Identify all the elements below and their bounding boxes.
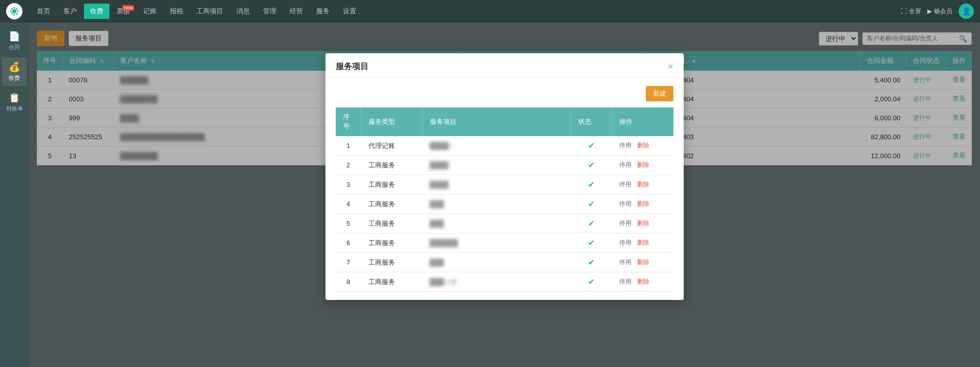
modal-cell-item: ███ xyxy=(423,214,571,233)
modal-cell-status: ✔ xyxy=(571,136,612,156)
modal-cell-seq: 1 xyxy=(336,136,361,156)
member-button[interactable]: ▶ 畅会员 xyxy=(927,7,952,16)
svg-point-1 xyxy=(13,7,15,9)
modal-cell-status: ✔ xyxy=(571,253,612,272)
delete-button[interactable]: 删除 xyxy=(637,181,649,188)
status-ok-icon: ✔ xyxy=(588,277,595,286)
nav-tax[interactable]: 报税 xyxy=(164,4,189,19)
status-ok-icon: ✔ xyxy=(588,239,595,247)
modal-new-button[interactable]: 新建 xyxy=(646,86,673,101)
stop-button[interactable]: 停用 xyxy=(619,161,631,168)
modal-cell-actions: 停用 删除 xyxy=(612,156,673,175)
app-logo[interactable] xyxy=(6,3,23,19)
avatar[interactable]: 👤 xyxy=(959,4,974,19)
modal-table-row: 7 工商服务 ███ ✔ 停用 删除 xyxy=(336,253,673,272)
nav-operation[interactable]: 经营 xyxy=(284,4,309,19)
delete-button[interactable]: 删除 xyxy=(637,239,649,246)
modal-body: 新建 序号 服务类型 服务项目 状态 操作 xyxy=(325,78,684,300)
modal-header-row: 序号 服务类型 服务项目 状态 操作 xyxy=(336,107,673,136)
svg-point-2 xyxy=(13,14,15,15)
modal-col-item: 服务项目 xyxy=(423,107,571,136)
stop-button[interactable]: 停用 xyxy=(619,200,631,207)
modal-cell-seq: 4 xyxy=(336,195,361,214)
stop-button[interactable]: 停用 xyxy=(619,239,631,246)
content-area: 新增 服务项目 进行中 已完成 已终止 🔍 序号 合同 xyxy=(29,23,980,367)
status-ok-icon: ✔ xyxy=(588,258,595,267)
modal-cell-seq: 7 xyxy=(336,253,361,272)
modal-cell-status: ✔ xyxy=(571,214,612,233)
modal-cell-status: ✔ xyxy=(571,233,612,253)
fullscreen-button[interactable]: ⛶ 全屏 xyxy=(901,7,921,16)
status-ok-icon: ✔ xyxy=(588,200,595,208)
nav-home[interactable]: 首页 xyxy=(31,4,56,19)
modal-title: 服务项目 xyxy=(336,61,368,72)
modal-cell-type: 工商服务 xyxy=(361,214,423,233)
sidebar-item-fee[interactable]: 💰 收费 xyxy=(2,57,27,86)
modal-cell-actions: 停用 删除 xyxy=(612,195,673,214)
modal-cell-actions: 停用 删除 xyxy=(612,175,673,195)
sidebar-item-statement[interactable]: 📋 对账单 xyxy=(2,88,27,117)
modal-cell-actions: 停用 删除 xyxy=(612,214,673,233)
modal-cell-status: ✔ xyxy=(571,175,612,195)
delete-button[interactable]: 删除 xyxy=(637,200,649,207)
status-ok-icon: ✔ xyxy=(588,219,595,228)
nav-settings[interactable]: 设置 xyxy=(337,4,362,19)
modal-col-status: 状态 xyxy=(571,107,612,136)
delete-button[interactable]: 删除 xyxy=(637,258,649,266)
status-ok-icon: ✔ xyxy=(588,161,595,169)
modal-cell-seq: 8 xyxy=(336,272,361,292)
nav-business[interactable]: 工商项目 xyxy=(190,4,229,19)
modal-cell-seq: 6 xyxy=(336,233,361,253)
svg-point-8 xyxy=(11,13,13,14)
status-ok-icon: ✔ xyxy=(588,180,595,189)
delete-button[interactable]: 删除 xyxy=(637,220,649,227)
modal-table-row: 1 代理记账 ████1 ✔ 停用 删除 xyxy=(336,136,673,156)
modal-cell-type: 工商服务 xyxy=(361,272,423,292)
stop-button[interactable]: 停用 xyxy=(619,258,631,266)
modal-cell-type: 代理记账 xyxy=(361,136,423,156)
modal-col-seq: 序号 xyxy=(336,107,361,136)
modal-table: 序号 服务类型 服务项目 状态 操作 1 代理记账 ████1 ✔ 停用 xyxy=(336,107,673,292)
modal-cell-item: ███ xyxy=(423,253,571,272)
modal-cell-type: 工商服务 xyxy=(361,233,423,253)
modal-cell-type: 工商服务 xyxy=(361,156,423,175)
modal-col-action: 操作 xyxy=(612,107,673,136)
svg-point-6 xyxy=(16,13,17,14)
modal-cell-status: ✔ xyxy=(571,272,612,292)
modal-cell-item: ███注册 xyxy=(423,272,571,292)
modal-close-button[interactable]: × xyxy=(668,61,673,72)
nav-client[interactable]: 客户 xyxy=(57,4,83,19)
svg-point-3 xyxy=(10,10,12,12)
modal-cell-seq: 5 xyxy=(336,214,361,233)
stop-button[interactable]: 停用 xyxy=(619,278,631,285)
nav-bookkeeping[interactable]: 记账 xyxy=(137,4,163,19)
nav-invoice[interactable]: 票据 new xyxy=(111,4,136,19)
nav-service[interactable]: 服务 xyxy=(310,4,336,19)
stop-button[interactable]: 停用 xyxy=(619,220,631,227)
fee-icon: 💰 xyxy=(9,61,20,73)
delete-button[interactable]: 删除 xyxy=(637,142,649,149)
modal-cell-actions: 停用 删除 xyxy=(612,233,673,253)
delete-button[interactable]: 删除 xyxy=(637,278,649,285)
nav-fee[interactable]: 收费 xyxy=(84,4,110,19)
statement-icon: 📋 xyxy=(9,92,20,103)
member-icon: ▶ xyxy=(927,8,932,15)
modal-col-type: 服务类型 xyxy=(361,107,423,136)
delete-button[interactable]: 删除 xyxy=(637,161,649,168)
modal-toolbar: 新建 xyxy=(336,86,673,101)
stop-button[interactable]: 停用 xyxy=(619,142,631,149)
modal-cell-status: ✔ xyxy=(571,195,612,214)
new-badge: new xyxy=(122,5,134,11)
modal-table-row: 8 工商服务 ███注册 ✔ 停用 删除 xyxy=(336,272,673,292)
modal-cell-item: ██████ xyxy=(423,233,571,253)
nav-message[interactable]: 消息 xyxy=(230,4,256,19)
sidebar-item-contract[interactable]: 📄 合同 xyxy=(2,27,27,55)
fullscreen-icon: ⛶ xyxy=(901,8,907,15)
modal-header: 服务项目 × xyxy=(325,53,684,78)
svg-point-7 xyxy=(16,8,17,10)
stop-button[interactable]: 停用 xyxy=(619,181,631,188)
modal-overlay: 服务项目 × 新建 序号 服务类型 服务项目 状态 xyxy=(29,23,980,367)
nav-manage[interactable]: 管理 xyxy=(257,4,282,19)
contract-icon: 📄 xyxy=(9,31,20,42)
modal-cell-seq: 2 xyxy=(336,156,361,175)
